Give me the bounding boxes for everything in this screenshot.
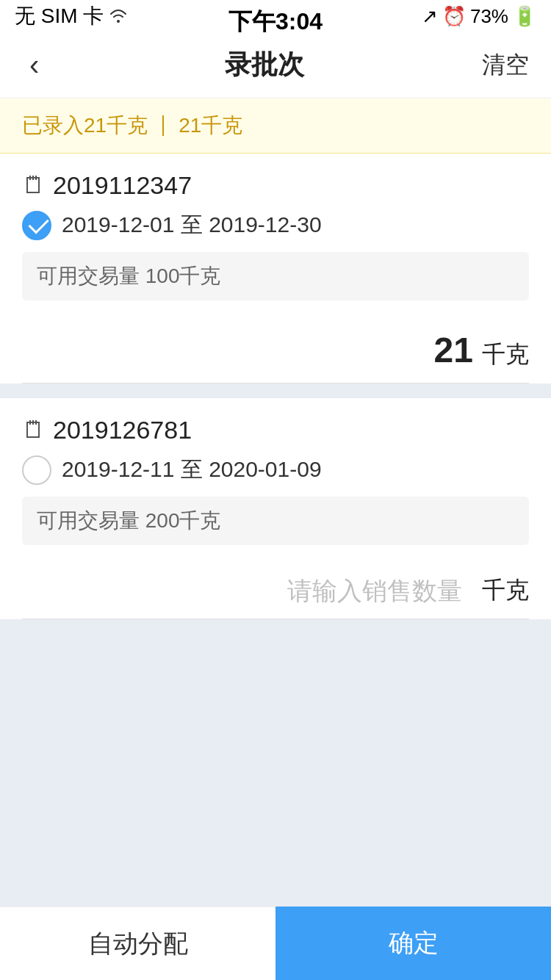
batch-date-row-2: 2019-12-11 至 2020-01-09 [22,455,529,485]
summary-label: 已录入21千克 [22,112,148,140]
status-bar: 无 SIM 卡 下午3:04 ↗ ⏰ 73% 🔋 [0,0,551,32]
batch-separator [0,383,551,398]
auto-distribute-button[interactable]: 自动分配 [0,907,276,980]
radio-unchecked-2[interactable] [22,455,51,485]
status-right: ↗ ⏰ 73% 🔋 [422,5,536,28]
status-left: 无 SIM 卡 [15,2,127,30]
amount-unit-1: 千克 [482,339,529,371]
confirm-button[interactable]: 确定 [276,907,551,980]
page-title: 录批次 [225,47,304,83]
batch-date-1: 2019-12-01 至 2019-12-30 [62,210,322,240]
batch-id-row-2: 🗒 2019126781 [22,416,529,444]
summary-value: 21千克 [179,112,242,140]
qty-unit-2: 千克 [482,574,529,607]
location-icon: ↗ [422,5,438,28]
avail-row-2: 可用交易量 200千克 [22,497,529,545]
batch-id-2: 2019126781 [53,416,192,444]
battery-icon: 🔋 [513,5,536,28]
clear-button[interactable]: 清空 [482,49,529,82]
batch-item-2[interactable]: 🗒 2019126781 2019-12-11 至 2020-01-09 可用交… [0,398,551,560]
batch-date-row-1: 2019-12-01 至 2019-12-30 [22,210,529,240]
batch-id-row-1: 🗒 2019112347 [22,171,529,200]
batch-id-1: 2019112347 [53,171,192,200]
avail-row-1: 可用交易量 100千克 [22,252,529,300]
content-area: 🗒 2019112347 2019-12-01 至 2019-12-30 可用交… [0,154,551,980]
qty-input-2[interactable] [22,577,473,605]
batch-item-1[interactable]: 🗒 2019112347 2019-12-01 至 2019-12-30 可用交… [0,154,551,315]
batch-card-2: 🗒 2019126781 2019-12-11 至 2020-01-09 可用交… [0,398,551,619]
summary-banner: 已录入21千克 21千克 [0,98,551,154]
alarm-icon: ⏰ [442,5,466,28]
input-row-2: 千克 [0,560,551,619]
summary-divider [162,115,164,136]
amount-row-1: 21 千克 [0,315,551,383]
batch-date-2: 2019-12-11 至 2020-01-09 [62,455,322,485]
battery-label: 73% [470,5,508,28]
back-button[interactable]: ‹ [22,41,46,89]
bottom-bar: 自动分配 确定 [0,907,551,980]
wifi-icon [109,4,127,28]
carrier-label: 无 SIM 卡 [15,2,104,30]
doc-icon-1: 🗒 [22,172,46,199]
doc-icon-2: 🗒 [22,417,46,444]
empty-space [0,619,551,928]
batch-card-1: 🗒 2019112347 2019-12-01 至 2019-12-30 可用交… [0,154,551,383]
amount-value-1: 21 [434,330,473,370]
radio-checked-1[interactable] [22,211,51,240]
status-time: 下午3:04 [228,6,323,38]
nav-bar: ‹ 录批次 清空 [0,32,551,98]
